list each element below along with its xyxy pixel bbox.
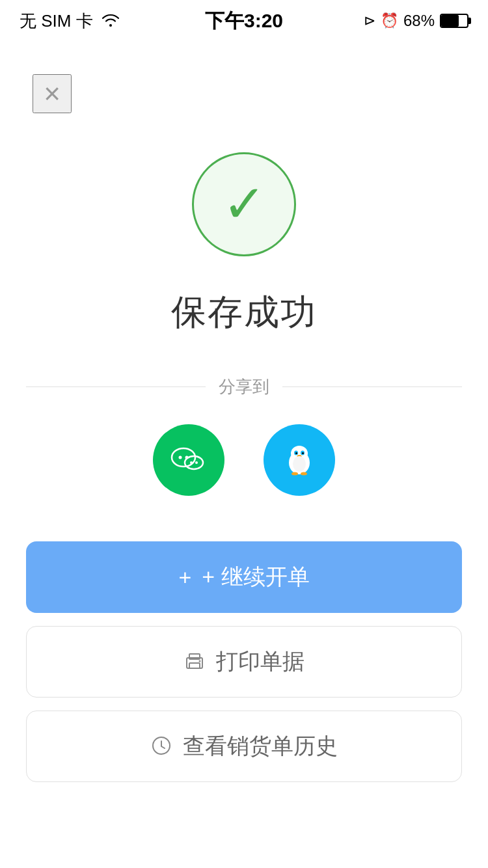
close-icon: × [44, 79, 61, 108]
close-button[interactable]: × [33, 74, 72, 113]
action-buttons: + + 继续开单 打印单据 查看销货单历 [26, 541, 462, 782]
divider-right [282, 387, 462, 387]
no-sim-label: 无 SIM 卡 [20, 10, 93, 33]
history-button[interactable]: 查看销货单历史 [26, 711, 462, 782]
location-icon: ⊳ [364, 12, 375, 29]
print-button-label: 打印单据 [216, 647, 305, 677]
printer-icon [183, 650, 206, 674]
share-icons-container [153, 424, 335, 496]
battery-icon [440, 14, 468, 28]
share-wechat-button[interactable] [153, 424, 224, 496]
success-circle: ✓ [192, 152, 296, 256]
clock-icon [150, 735, 172, 759]
share-divider: 分享到 [26, 375, 462, 398]
checkmark-icon: ✓ [223, 178, 266, 230]
main-content: × ✓ 保存成功 分享到 [0, 42, 488, 868]
svg-rect-18 [189, 663, 200, 668]
svg-point-11 [302, 452, 304, 454]
status-left: 无 SIM 卡 [20, 10, 120, 33]
svg-point-19 [199, 660, 201, 662]
status-bar: 无 SIM 卡 下午3:20 ⊳ ⏰ 68% [0, 0, 488, 42]
svg-point-15 [301, 472, 307, 476]
status-right: ⊳ ⏰ 68% [364, 12, 468, 30]
svg-point-2 [179, 456, 182, 459]
history-button-label: 查看销货单历史 [183, 731, 338, 761]
continue-button[interactable]: + + 继续开单 [26, 541, 462, 613]
qq-icon [280, 441, 319, 480]
share-qq-button[interactable] [264, 424, 335, 496]
divider-left [26, 387, 206, 387]
svg-point-5 [195, 461, 198, 464]
wifi-icon [101, 11, 120, 31]
continue-button-label: + 继续开单 [202, 562, 309, 592]
svg-point-3 [185, 456, 189, 459]
battery-percent: 68% [403, 12, 435, 30]
wechat-icon [169, 441, 208, 480]
share-label: 分享到 [219, 375, 269, 398]
alarm-icon: ⏰ [381, 12, 398, 29]
svg-point-4 [190, 461, 193, 464]
success-title: 保存成功 [171, 289, 317, 336]
svg-point-14 [291, 472, 298, 476]
plus-icon: + [178, 565, 191, 590]
svg-point-10 [295, 452, 297, 454]
status-time: 下午3:20 [205, 8, 283, 34]
print-button[interactable]: 打印单据 [26, 626, 462, 698]
svg-point-13 [293, 456, 306, 472]
